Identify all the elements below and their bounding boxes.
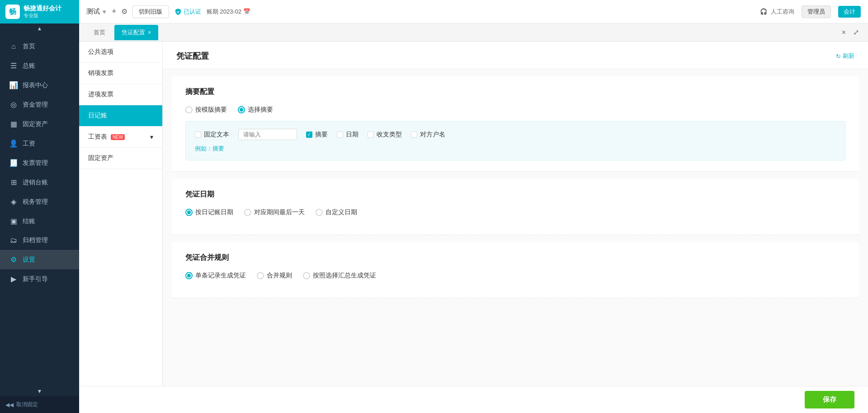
menu-public[interactable]: 公共选项 bbox=[79, 42, 162, 63]
fixed-text-input[interactable] bbox=[238, 129, 297, 140]
cb-counterpart[interactable]: 对方户名 bbox=[411, 131, 445, 139]
project-selector[interactable]: 测试 ▾ bbox=[86, 7, 106, 16]
date-radio-period-last[interactable]: 对应期间最后一天 bbox=[244, 208, 305, 216]
pin-icon: ◀◀ bbox=[5, 402, 14, 408]
human-consult[interactable]: 🎧 人工咨询 bbox=[760, 8, 794, 16]
newuser-icon: ▶ bbox=[9, 275, 18, 283]
scroll-up-btn[interactable]: ▲ bbox=[0, 23, 79, 33]
sidebar-item-funds[interactable]: ◎ 资金管理 bbox=[0, 95, 79, 114]
sidebar-item-ledger[interactable]: ☰ 总账 bbox=[0, 56, 79, 75]
sidebar-item-trade[interactable]: ⊞ 进销台账 bbox=[0, 173, 79, 192]
logo-edition: 专业版 bbox=[24, 12, 61, 19]
sidebar-item-newuser[interactable]: ▶ 新手引导 bbox=[0, 269, 79, 289]
certified-badge: 已认证 bbox=[175, 8, 201, 16]
right-panel: 凭证配置 ↻ 刷新 摘要配置 按模版摘要 选择摘要 bbox=[163, 42, 868, 386]
sidebar-label-ledger: 总账 bbox=[23, 62, 35, 70]
admin-btn[interactable]: 管理员 bbox=[802, 5, 831, 18]
bottom-bar: 保存 bbox=[79, 386, 868, 413]
checkbox-date bbox=[337, 131, 343, 138]
tab-voucher-config[interactable]: 凭证配置 × bbox=[114, 25, 158, 40]
summary-radio-template[interactable]: 按模版摘要 bbox=[185, 106, 227, 114]
sidebar-label-newuser: 新手引导 bbox=[23, 275, 48, 283]
merge-config-section: 凭证合并规则 单条记录生成凭证 合并规则 按照选择汇总生成凭证 bbox=[172, 242, 859, 298]
sidebar-label-archive: 归档管理 bbox=[23, 236, 48, 244]
sidebar-item-home[interactable]: ⌂ 首页 bbox=[0, 37, 79, 56]
tab-close-icon[interactable]: × bbox=[148, 29, 151, 36]
settings-icon: ⚙ bbox=[9, 255, 18, 264]
cb-summary[interactable]: ✓ 摘要 bbox=[306, 131, 328, 139]
menu-fixed-assets[interactable]: 固定资产 bbox=[79, 148, 162, 169]
example-text: 例如：摘要 bbox=[195, 145, 836, 153]
sidebar-label-assets: 固定资产 bbox=[23, 120, 48, 128]
scroll-down-btn[interactable]: ▼ bbox=[0, 386, 79, 396]
radio-circle-select bbox=[238, 106, 245, 113]
menu-purchase-invoice[interactable]: 进项发票 bbox=[79, 84, 162, 105]
project-name: 测试 bbox=[86, 7, 100, 16]
assets-icon: ▦ bbox=[9, 120, 18, 128]
radio-circle-diary-date bbox=[185, 209, 193, 216]
sidebar-label-settings: 设置 bbox=[23, 256, 35, 264]
save-button[interactable]: 保存 bbox=[805, 391, 854, 408]
sidebar-item-assets[interactable]: ▦ 固定资产 bbox=[0, 114, 79, 134]
menu-sales-invoice[interactable]: 销项发票 bbox=[79, 63, 162, 84]
sidebar-label-invoice: 发票管理 bbox=[23, 159, 48, 167]
menu-payroll[interactable]: 工资表 NEW ▾ bbox=[79, 127, 162, 148]
summary-options-row: 固定文本 ✓ 摘要 日期 收支类型 bbox=[195, 129, 836, 140]
date-radio-custom[interactable]: 自定义日期 bbox=[316, 208, 357, 216]
tax-icon: ◈ bbox=[9, 197, 18, 206]
period-label: 账期 bbox=[207, 8, 218, 16]
gear-icon[interactable]: ⚙ bbox=[121, 7, 127, 16]
switch-old-btn[interactable]: 切到旧版 bbox=[132, 5, 169, 18]
period-display: 账期 2023-02 📅 bbox=[207, 8, 251, 16]
merge-radio-rule[interactable]: 合并规则 bbox=[257, 272, 292, 280]
sidebar-label-reports: 报表中心 bbox=[23, 81, 48, 89]
sidebar-item-settings[interactable]: ⚙ 设置 bbox=[0, 250, 79, 269]
radio-circle-template bbox=[185, 106, 193, 113]
tab-home[interactable]: 首页 bbox=[86, 25, 113, 40]
sidebar-item-reports[interactable]: 📊 报表中心 bbox=[0, 75, 79, 95]
close-window-btn[interactable]: × bbox=[840, 26, 848, 38]
merge-section-title: 凭证合并规则 bbox=[185, 253, 845, 263]
sidebar-item-salary[interactable]: 👤 工资 bbox=[0, 134, 79, 153]
topbar-actions: + ⚙ 切到旧版 bbox=[112, 5, 169, 18]
chevron-icon: ▾ bbox=[150, 133, 153, 141]
topbar: 测试 ▾ + ⚙ 切到旧版 已认证 账期 2023-02 📅 🎧 人工咨询 管理… bbox=[79, 0, 868, 23]
cb-fixed-text[interactable]: 固定文本 bbox=[195, 131, 229, 139]
reports-icon: 📊 bbox=[9, 81, 18, 89]
period-value: 2023-02 bbox=[220, 8, 242, 15]
radio-circle-custom-date bbox=[316, 209, 323, 216]
topbar-right: 🎧 人工咨询 管理员 会计 bbox=[760, 5, 861, 18]
cb-date[interactable]: 日期 bbox=[337, 131, 359, 139]
menu-diary[interactable]: 日记账 bbox=[79, 105, 162, 127]
sidebar-nav: ⌂ 首页 ☰ 总账 📊 报表中心 ◎ 资金管理 ▦ 固定资产 👤 工资 🧾 发票… bbox=[0, 33, 79, 386]
sidebar-item-archive[interactable]: 🗂 归档管理 bbox=[0, 231, 79, 250]
expand-window-btn[interactable]: ⤢ bbox=[851, 26, 861, 38]
cb-pay-type[interactable]: 收支类型 bbox=[368, 131, 402, 139]
sidebar-item-invoice[interactable]: 🧾 发票管理 bbox=[0, 153, 79, 173]
summary-radio-select[interactable]: 选择摘要 bbox=[238, 106, 273, 114]
merge-radio-single[interactable]: 单条记录生成凭证 bbox=[185, 272, 246, 280]
logo-name: 畅捷通好会计 bbox=[24, 5, 61, 12]
sidebar-label-trade: 进销台账 bbox=[23, 178, 48, 187]
content-area: 公共选项 销项发票 进项发票 日记账 工资表 NEW ▾ 固定资产 bbox=[79, 42, 868, 386]
checkbox-counterpart bbox=[411, 131, 417, 138]
add-icon[interactable]: + bbox=[112, 7, 117, 16]
refresh-btn[interactable]: ↻ 刷新 bbox=[836, 52, 854, 60]
radio-circle-single bbox=[185, 272, 193, 279]
trade-icon: ⊞ bbox=[9, 178, 18, 187]
sidebar-item-tax[interactable]: ◈ 税务管理 bbox=[0, 192, 79, 211]
sidebar-item-closing[interactable]: ▣ 结账 bbox=[0, 211, 79, 231]
closing-icon: ▣ bbox=[9, 217, 18, 225]
new-badge: NEW bbox=[111, 134, 125, 140]
page-title: 凭证配置 bbox=[176, 51, 209, 61]
calendar-icon[interactable]: 📅 bbox=[243, 8, 250, 15]
checkbox-fixed-text bbox=[195, 131, 201, 138]
date-config-section: 凭证日期 按日记账日期 对应期间最后一天 自定义日期 bbox=[172, 179, 859, 235]
date-radio-group: 按日记账日期 对应期间最后一天 自定义日期 bbox=[185, 208, 845, 216]
cancel-fixed-btn[interactable]: ◀◀ 取消固定 bbox=[0, 396, 79, 413]
summary-radio-group: 按模版摘要 选择摘要 bbox=[185, 106, 845, 114]
archive-icon: 🗂 bbox=[9, 236, 18, 244]
merge-radio-select[interactable]: 按照选择汇总生成凭证 bbox=[303, 272, 376, 280]
date-radio-diary[interactable]: 按日记账日期 bbox=[185, 208, 233, 216]
checkbox-summary: ✓ bbox=[306, 131, 312, 138]
